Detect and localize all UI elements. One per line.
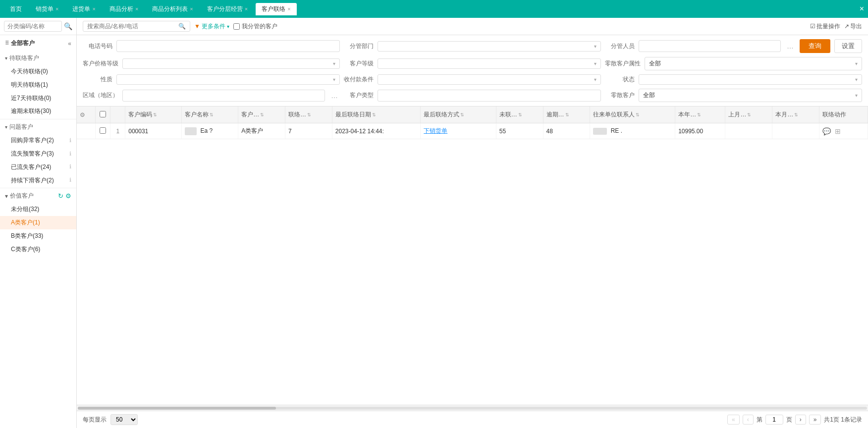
sidebar-search-icon[interactable]: 🔍 (64, 22, 72, 30)
sort-company-contact-icon[interactable]: ⇅ (636, 112, 640, 117)
tab-customer-contact[interactable]: 客户联络 × (256, 3, 296, 15)
batch-ops-button[interactable]: ☑ 批量操作 (810, 22, 840, 31)
more-filters-label: 更多条件 (202, 22, 225, 31)
person-more-icon[interactable]: … (785, 42, 796, 50)
payment-select[interactable]: ▾ (378, 74, 601, 85)
sidebar-item-overdue[interactable]: 逾期未联络(30) (0, 105, 76, 118)
sidebar-item-declining[interactable]: 持续下滑客户(2) ℹ (0, 174, 76, 187)
sort-last-date-icon[interactable]: ⇅ (372, 112, 376, 117)
per-page-select[interactable]: 50 100 (110, 414, 138, 425)
main-search-input[interactable] (87, 23, 176, 30)
nature-select[interactable]: ▾ (116, 74, 340, 85)
row-no-contact: 55 (496, 123, 543, 139)
next-page-button[interactable]: › (795, 415, 806, 425)
person-input[interactable] (639, 40, 781, 52)
tab-goods-analysis-list[interactable]: 商品分析列表 × (146, 3, 199, 15)
sidebar-item-class-b[interactable]: B类客户(33) (0, 229, 76, 243)
settings-button[interactable]: 设置 (834, 39, 862, 53)
tab-customer-contact-close[interactable]: × (287, 6, 290, 12)
tab-purchase-close[interactable]: × (92, 6, 95, 12)
info-icon1: ℹ (69, 137, 71, 144)
horizontal-scrollbar[interactable] (77, 405, 868, 411)
dept-select[interactable]: ▾ (378, 41, 601, 52)
filter-customer-level: 客户等级 ▾ (344, 58, 601, 69)
tab-goods-analysis-close[interactable]: × (135, 6, 138, 12)
sidebar-item-today[interactable]: 今天待联络(0) (0, 65, 76, 78)
status-select[interactable]: ▾ (639, 74, 862, 85)
tab-home[interactable]: 首页 (4, 3, 28, 15)
sort-type-icon[interactable]: ⇅ (260, 112, 264, 117)
qr-icon[interactable]: ⊞ (835, 127, 841, 135)
price-level-select[interactable]: ▾ (122, 58, 340, 69)
tab-purchase[interactable]: 进货单 × (66, 3, 101, 15)
retail-attr-select[interactable]: 全部 ▾ (645, 57, 862, 70)
page-input[interactable] (765, 415, 783, 425)
filter-icon: ▼ (194, 23, 200, 30)
last-page-button[interactable]: » (809, 415, 821, 425)
sidebar-item-churned[interactable]: 已流失客户(24) ℹ (0, 160, 76, 174)
sort-code-icon[interactable]: ⇅ (153, 112, 157, 117)
region-more-icon[interactable]: … (329, 92, 340, 100)
sort-last-method-icon[interactable]: ⇅ (460, 112, 464, 117)
retail-select[interactable]: 全部 ▾ (639, 89, 862, 102)
row-type: A类客户 (238, 123, 285, 139)
sidebar-section-problem[interactable]: ▾ 问题客户 (0, 120, 76, 134)
pagination-left: 每页显示 50 100 (83, 414, 138, 425)
export-button[interactable]: ↗ 导出 (844, 22, 862, 31)
sort-last-month-icon[interactable]: ⇅ (747, 112, 751, 117)
customer-table: ⚙ 客户编码⇅ 客户名称⇅ 客户…⇅ 联络…⇅ 最后联络日期⇅ 最后联络方式⇅ … (77, 107, 868, 139)
my-customers-checkbox[interactable] (233, 23, 240, 30)
region-input[interactable] (122, 90, 325, 102)
sidebar-section-value[interactable]: ▾ 价值客户 (5, 192, 34, 200)
sidebar-item-churn-warning[interactable]: 流失预警客户(3) ℹ (0, 147, 76, 160)
table-header-type: 客户…⇅ (238, 107, 285, 123)
window-close-button[interactable]: × (860, 4, 864, 13)
row-actions: 💬 ⊞ (819, 123, 868, 139)
tab-goods-analysis[interactable]: 商品分析 × (104, 3, 144, 15)
grid-dots-icon: ⠿ (5, 40, 9, 47)
prev-page-button[interactable]: ‹ (743, 415, 754, 425)
query-button[interactable]: 查询 (800, 39, 830, 53)
settings-icon[interactable]: ⚙ (65, 192, 71, 200)
table-header-last-date: 最后联络日期⇅ (332, 107, 420, 123)
sort-overdue-icon[interactable]: ⇅ (565, 112, 569, 117)
sort-name-icon[interactable]: ⇅ (210, 112, 214, 117)
tab-customer-tier-close[interactable]: × (245, 6, 248, 12)
tab-sales-close[interactable]: × (55, 6, 58, 12)
sidebar-item-class-c[interactable]: C类客户(6) (0, 243, 76, 256)
row-overdue: 48 (543, 123, 590, 139)
sidebar-header-label: 全部客户 (11, 39, 35, 48)
refresh-icon[interactable]: ↻ (58, 192, 63, 200)
sort-this-year-icon[interactable]: ⇅ (697, 112, 701, 117)
comment-icon[interactable]: 💬 (822, 127, 831, 135)
sort-no-contact-icon[interactable]: ⇅ (518, 112, 522, 117)
sidebar-item-ungrouped[interactable]: 未分组(32) (0, 203, 76, 216)
scrollbar-thumb[interactable] (78, 407, 276, 410)
first-page-button[interactable]: « (727, 415, 740, 425)
tab-sales-order[interactable]: 销货单 × (30, 3, 64, 15)
nature-label: 性质 (83, 75, 112, 84)
sort-contact-icon[interactable]: ⇅ (307, 112, 311, 117)
table-settings-header[interactable]: ⚙ (77, 107, 96, 123)
sidebar-collapse-button[interactable]: « (68, 40, 71, 47)
sidebar-item-class-a[interactable]: A类客户(1) (0, 216, 76, 229)
sidebar-search-input[interactable] (4, 21, 62, 32)
customer-level-select[interactable]: ▾ (378, 58, 601, 69)
row-last-month (725, 123, 772, 139)
more-filters-button[interactable]: ▼ 更多条件 ▾ (194, 22, 229, 31)
sidebar-section-pending[interactable]: ▾ 待联络客户 (0, 52, 76, 65)
tab-customer-tier[interactable]: 客户分层经营 × (201, 3, 254, 15)
customer-type-input[interactable] (378, 90, 601, 102)
row-last-method[interactable]: 下销货单 (421, 123, 496, 139)
sidebar-item-repurchase-abnormal[interactable]: 回购异常客户(2) ℹ (0, 134, 76, 147)
phone-input[interactable] (116, 40, 340, 52)
name-icon (185, 127, 197, 135)
row-checkbox[interactable] (100, 127, 106, 134)
row-last-method-link[interactable]: 下销货单 (424, 127, 447, 134)
select-all-checkbox[interactable] (100, 111, 106, 117)
sidebar-item-7days[interactable]: 近7天待联络(0) (0, 92, 76, 105)
tab-goods-list-close[interactable]: × (190, 6, 193, 12)
sidebar-item-tomorrow[interactable]: 明天待联络(1) (0, 78, 76, 92)
main-search-icon[interactable]: 🔍 (178, 23, 186, 30)
sort-this-month-icon[interactable]: ⇅ (794, 112, 798, 117)
